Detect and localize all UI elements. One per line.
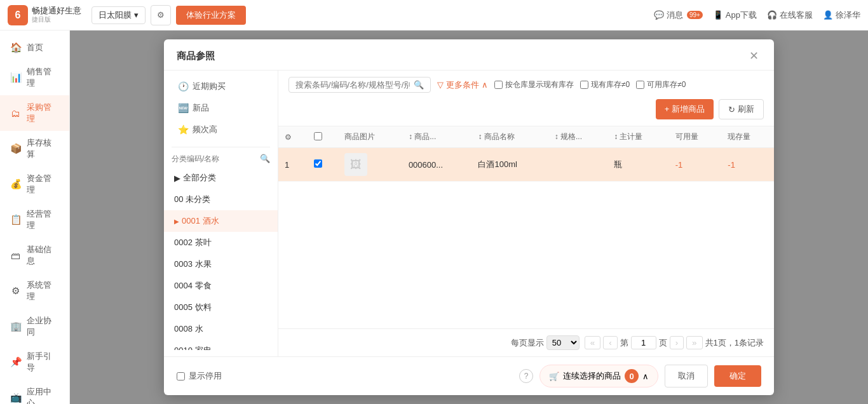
- frequent-high-btn[interactable]: ⭐ 频次高: [172, 120, 270, 139]
- logo-text: 畅捷通好生意: [32, 6, 81, 16]
- col-checkbox[interactable]: [308, 126, 339, 148]
- row-checkbox[interactable]: [308, 148, 339, 182]
- app-download-item[interactable]: 📱 App下载: [713, 10, 757, 21]
- page-label: 第: [620, 337, 628, 349]
- nav-selector-arrow: ▾: [134, 10, 139, 20]
- finance-icon: 💰: [10, 178, 22, 190]
- logo-sub: 捷目版: [32, 15, 81, 24]
- modal-footer: 显示停用 ? 🛒 连续选择的商品 0 ∧ 取消 确定: [164, 356, 774, 395]
- col-unit[interactable]: ↕ 主计量: [607, 126, 668, 148]
- cat-item-0003[interactable]: 0003 水果: [164, 253, 278, 275]
- sidebar: 🏠 首页 📊 销售管理 🗂 采购管理 📦 库存核算 💰 资金管理 📋 经营管理 …: [0, 30, 70, 404]
- user-item[interactable]: 👤 徐泽华: [823, 10, 860, 21]
- page-input[interactable]: [631, 336, 656, 349]
- sidebar-item-operations[interactable]: 📋 经营管理: [0, 202, 69, 238]
- recent-buy-btn[interactable]: 🕐 近期购买: [172, 77, 270, 96]
- page-next-btn[interactable]: ›: [670, 336, 684, 349]
- cat-item-00[interactable]: 00 未分类: [164, 189, 278, 210]
- sidebar-item-collab[interactable]: 🏢 企业协同: [0, 309, 69, 344]
- experience-btn[interactable]: 体验行业方案: [176, 6, 246, 25]
- top-nav: 6 畅捷通好生意 捷目版 日太阳膜 ▾ ⚙ 体验行业方案 💬 消息 99+ 📱 …: [0, 0, 868, 30]
- category-search-icon[interactable]: 🔍: [260, 154, 270, 163]
- messages-item[interactable]: 💬 消息 99+: [654, 10, 703, 21]
- sidebar-item-purchase[interactable]: 🗂 采购管理: [0, 95, 69, 131]
- product-table-wrap: ⚙ 商品图片 ↕ 商品... ↕ 商品名称 ↕ 规格... ↕ 主计量 可用量: [278, 126, 774, 328]
- available-stock-checkbox-label[interactable]: 可用库存≠0: [636, 79, 686, 90]
- refresh-btn[interactable]: ↻ 刷新: [719, 99, 764, 119]
- help-icon[interactable]: ?: [519, 369, 533, 383]
- product-image: 🖼: [344, 153, 367, 176]
- existing-stock-checkbox[interactable]: [580, 81, 588, 89]
- product-table: ⚙ 商品图片 ↕ 商品... ↕ 商品名称 ↕ 规格... ↕ 主计量 可用量: [278, 126, 774, 182]
- logo-area: 6 畅捷通好生意 捷目版: [8, 5, 81, 25]
- star-icon: ⭐: [178, 125, 189, 135]
- pagination: 每页显示 10 20 50 100 « ‹: [278, 328, 774, 356]
- gear-icon: ⚙: [157, 10, 165, 20]
- category-list: ▶ 全部分类 00 未分类 ▶ 0001 酒水 0002 茶: [164, 167, 278, 350]
- row-select-checkbox[interactable]: [314, 159, 322, 168]
- row-seq: 1: [278, 148, 308, 182]
- new-product-btn[interactable]: 🆕 新品: [172, 98, 270, 118]
- show-disabled-checkbox[interactable]: [177, 372, 185, 380]
- cat-item-0001[interactable]: ▶ 0001 酒水: [164, 210, 278, 232]
- col-settings[interactable]: ⚙: [278, 126, 308, 148]
- nav-selector-label: 日太阳膜: [98, 10, 132, 21]
- system-icon: ⚙: [10, 285, 22, 297]
- category-quick-btns: 🕐 近期购买 🆕 新品 ⭐ 频次高: [164, 77, 278, 144]
- row-img: 🖼: [338, 148, 402, 182]
- cat-all[interactable]: ▶ 全部分类: [164, 167, 278, 189]
- cat-item-0008[interactable]: 0008 水: [164, 318, 278, 340]
- nav-right: 💬 消息 99+ 📱 App下载 🎧 在线客服 👤 徐泽华: [654, 10, 860, 21]
- sidebar-item-finance[interactable]: 💰 资金管理: [0, 166, 69, 202]
- col-available: 可用量: [669, 126, 722, 148]
- page-nav: « ‹ 第 页 › » 共1页，1条记录: [585, 336, 764, 349]
- col-spec[interactable]: ↕ 规格...: [548, 126, 608, 148]
- online-service-item[interactable]: 🎧 在线客服: [767, 10, 813, 21]
- cat-item-0004[interactable]: 0004 零食: [164, 275, 278, 297]
- select-all-checkbox[interactable]: [314, 132, 322, 140]
- cat-item-0010[interactable]: 0010 家电: [164, 340, 278, 350]
- table-header-row: ⚙ 商品图片 ↕ 商品... ↕ 商品名称 ↕ 规格... ↕ 主计量 可用量: [278, 126, 774, 148]
- page-size-dropdown[interactable]: 10 20 50 100: [546, 335, 580, 350]
- page-first-btn[interactable]: «: [585, 336, 600, 349]
- category-divider: [172, 147, 270, 147]
- cat-item-0002[interactable]: 0002 茶叶: [164, 232, 278, 253]
- table-row[interactable]: 1 🖼 000600... 白酒100ml 瓶: [278, 148, 774, 182]
- category-search-input[interactable]: [172, 154, 256, 163]
- confirm-btn[interactable]: 确定: [714, 365, 761, 387]
- sidebar-item-system[interactable]: ⚙ 系统管理: [0, 273, 69, 309]
- col-name[interactable]: ↕ 商品名称: [471, 126, 548, 148]
- message-icon: 💬: [654, 10, 664, 20]
- nav-selector[interactable]: 日太阳膜 ▾: [92, 6, 146, 24]
- page-prev-btn[interactable]: ‹: [603, 336, 617, 349]
- col-code[interactable]: ↕ 商品...: [402, 126, 472, 148]
- sidebar-item-basic-info[interactable]: 🗃 基础信息: [0, 238, 69, 273]
- warehouse-checkbox-label[interactable]: 按仓库显示现有库存: [494, 79, 574, 90]
- page-last-btn[interactable]: »: [686, 336, 702, 349]
- avatar: 👤: [823, 10, 833, 20]
- filter-btn[interactable]: ▽ 更多条件 ∧: [437, 79, 488, 91]
- warehouse-checkbox[interactable]: [494, 81, 503, 89]
- sidebar-item-home[interactable]: 🏠 首页: [0, 36, 69, 60]
- available-stock-checkbox[interactable]: [636, 81, 644, 89]
- main-layout: 🏠 首页 📊 销售管理 🗂 采购管理 📦 库存核算 💰 资金管理 📋 经营管理 …: [0, 30, 868, 404]
- sidebar-item-guide[interactable]: 📌 新手引导: [0, 344, 69, 380]
- sidebar-item-inventory[interactable]: 📦 库存核算: [0, 131, 69, 166]
- existing-stock-checkbox-label[interactable]: 现有库存≠0: [580, 79, 630, 90]
- sidebar-item-sales[interactable]: 📊 销售管理: [0, 60, 69, 95]
- search-icon[interactable]: 🔍: [414, 80, 424, 90]
- col-img: 商品图片: [338, 126, 402, 148]
- cat-item-0005[interactable]: 0005 饮料: [164, 297, 278, 318]
- modal-overlay: 商品参照 ✕ 🕐 近期购买 🆕: [70, 30, 868, 404]
- page-total: 共1页，1条记录: [705, 337, 764, 349]
- row-name: 白酒100ml: [471, 148, 548, 182]
- cart-area[interactable]: 🛒 连续选择的商品 0 ∧: [539, 365, 658, 387]
- gear-button[interactable]: ⚙: [151, 5, 171, 25]
- cancel-btn[interactable]: 取消: [665, 365, 708, 387]
- sidebar-item-apps[interactable]: 📺 应用中心: [0, 380, 69, 404]
- add-product-btn[interactable]: + 新增商品: [656, 99, 714, 119]
- toolbar-right: + 新增商品 ↻ 刷新: [656, 99, 764, 119]
- product-search-input[interactable]: [295, 80, 410, 90]
- modal-close-button[interactable]: ✕: [746, 48, 761, 64]
- footer-right: ? 🛒 连续选择的商品 0 ∧ 取消 确定: [519, 365, 761, 387]
